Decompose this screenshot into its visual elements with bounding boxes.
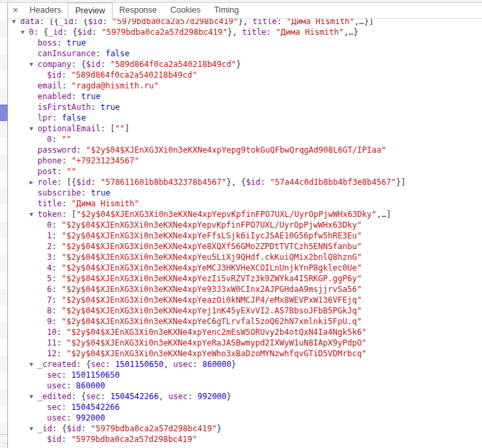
tree-row[interactable]: enabled: true <box>8 91 482 102</box>
tab-cookies[interactable]: Cookies <box>164 3 207 18</box>
tree-row[interactable]: ▼_edited: {sec: 1504542266, usec: 992000… <box>8 391 482 402</box>
json-punctuation: : <box>40 19 49 26</box>
request-row[interactable] <box>0 406 7 423</box>
tree-row[interactable]: ▶role: [{$id: "578611601b8bb432378b4567"… <box>8 177 482 188</box>
json-punctuation: : <box>52 242 61 251</box>
tree-row[interactable]: 6: "$2y$04$XJEnXG3Xi0n3eKXNe4xpYe93J3xW0… <box>8 284 482 295</box>
collapse-arrow-icon[interactable]: ▼ <box>21 27 29 38</box>
request-list-rail[interactable]: ⋯ <box>0 3 8 448</box>
tree-row[interactable]: boss: true <box>8 38 482 48</box>
tree-row[interactable]: post: "" <box>8 166 482 177</box>
request-row[interactable] <box>0 188 7 205</box>
tree-row[interactable]: 9: "$2y$04$XJEnXG3Xi0n3eKXNe4xpYeC6gTLrv… <box>8 316 482 327</box>
tree-row[interactable]: 12: "$2y$04$XJEnXG3Xi0n3eKXNe4xpYeWho3xB… <box>8 348 482 359</box>
tree-row[interactable]: usec: 992000 <box>8 413 482 423</box>
tree-row[interactable]: 10: "$2y$04$XJEnXG3Xi0n3eKXNe4xpYenc2mEs… <box>8 327 482 338</box>
request-row[interactable] <box>0 322 7 339</box>
tree-row[interactable]: ▼0: {_id: {$id: "5979bdba0ca2a57d298bc41… <box>8 27 482 38</box>
request-row[interactable] <box>0 289 7 305</box>
request-row[interactable] <box>0 389 7 406</box>
json-punctuation: : <box>277 19 286 26</box>
expand-arrow-icon[interactable]: ▶ <box>29 177 38 188</box>
request-row[interactable] <box>0 138 7 155</box>
json-punctuation: : <box>52 295 61 305</box>
collapse-arrow-icon[interactable]: ▼ <box>29 59 38 70</box>
tab-timing[interactable]: Timing <box>207 3 245 18</box>
tree-row[interactable]: ▼_created: {sec: 1501150650, usec: 86000… <box>8 359 482 370</box>
tree-row[interactable]: usec: 860000 <box>8 380 482 391</box>
json-string: "$2y$04$XJEnXG3Xi0n3eKXNe4xpYeu5LiXj9QHd… <box>62 252 362 262</box>
json-punctuation: : <box>266 27 276 37</box>
request-list-rows <box>0 3 7 439</box>
tree-row[interactable]: password: "$2y$04$XJEnXG3Xi0n3eKXNe4xpYe… <box>8 145 482 155</box>
request-row[interactable] <box>0 21 7 38</box>
json-punctuation: : <box>101 60 110 69</box>
collapse-arrow-icon[interactable]: ▼ <box>29 123 38 134</box>
tree-row[interactable]: 5: "$2y$04$XJEnXG3Xi0n3eKXNe4xpYezIi5vRZ… <box>8 273 482 284</box>
tree-row[interactable]: phone: "+79231234567" <box>8 155 482 166</box>
request-row[interactable] <box>0 255 7 272</box>
collapse-arrow-icon[interactable]: ▼ <box>29 391 38 402</box>
tree-row[interactable]: title: "Дима Hismith" <box>8 198 482 209</box>
json-string: "$2y$04$XJEnXG3Xi0n3eKXNe4xpYeMCJ3HKVHeX… <box>62 263 362 273</box>
json-key: post <box>38 167 57 176</box>
request-row[interactable] <box>0 372 7 389</box>
tree-row[interactable]: 8: "$2y$04$XJEnXG3Xi0n3eKXNe4xpYej1nK45y… <box>8 305 482 316</box>
json-punctuation: ] <box>125 124 129 133</box>
json-punctuation: } <box>217 424 221 433</box>
tree-row[interactable]: 0: "" <box>8 134 482 145</box>
tree-row[interactable]: ▼_id: {$id: "5979bdba0ca2a57d298bc419"} <box>8 423 482 434</box>
collapse-arrow-icon[interactable]: ▼ <box>29 209 38 220</box>
tree-row[interactable]: 2: "$2y$04$XJEnXG3Xi0n3eKXNe4xpYe8XQXfS6… <box>8 241 482 252</box>
request-row[interactable] <box>0 238 7 255</box>
tree-row[interactable]: lpr: false <box>8 113 482 123</box>
tree-row[interactable]: 11: "$2y$04$XJEnXG3Xi0n3eKXNe4xpYeRaJASB… <box>8 338 482 348</box>
tab-preview[interactable]: Preview <box>68 3 112 19</box>
json-key: 10 <box>47 327 56 337</box>
collapse-arrow-icon[interactable]: ▼ <box>29 423 38 434</box>
tab-headers[interactable]: Headers <box>23 3 68 18</box>
tree-row[interactable]: canInsurance: false <box>8 48 482 59</box>
request-row[interactable] <box>0 54 7 71</box>
json-key: 11 <box>47 338 56 348</box>
tree-row[interactable]: ▼token: ["$2y$04$XJEnXG3Xi0n3eKXNe4xpYep… <box>8 209 482 220</box>
json-key: lpr <box>38 113 52 123</box>
request-row[interactable] <box>0 222 7 238</box>
request-row[interactable] <box>0 121 7 138</box>
request-row[interactable] <box>0 38 7 54</box>
tree-row[interactable]: sec: 1501150650 <box>8 370 482 380</box>
tree-row[interactable]: $id: "5979bdba0ca2a57d298bc419" <box>8 434 482 445</box>
request-row[interactable] <box>0 171 7 188</box>
json-key: title <box>38 199 62 208</box>
request-row[interactable] <box>0 71 7 88</box>
tree-row[interactable]: 1: "$2y$04$XJEnXG3Xi0n3eKXNe4xpYeFfsLSjk… <box>8 230 482 241</box>
preview-pane[interactable]: ▼data: [{_id: {$id: "5979bdba0ca2a57d298… <box>8 19 482 448</box>
json-punctuation: : <box>91 102 100 112</box>
tree-row[interactable]: ▼company: {$id: "589d864f0ca2a540218b49c… <box>8 59 482 70</box>
tree-row[interactable]: subscribe: true <box>8 188 482 198</box>
tree-row[interactable]: isFirstAuth: true <box>8 102 482 113</box>
tree-row[interactable]: sec: 1504542266 <box>8 402 482 413</box>
tree-row[interactable]: ▼data: [{_id: {$id: "5979bdba0ca2a57d298… <box>8 19 482 27</box>
request-row[interactable] <box>0 305 7 322</box>
request-row-selected[interactable] <box>0 104 7 121</box>
tree-row[interactable]: 4: "$2y$04$XJEnXG3Xi0n3eKXNe4xpYeMCJ3HKV… <box>8 263 482 273</box>
tree-row[interactable]: email: "ragda@hismith.ru" <box>8 80 482 91</box>
request-row[interactable] <box>0 155 7 171</box>
tab-response[interactable]: Response <box>113 3 164 18</box>
request-row[interactable] <box>0 339 7 356</box>
request-row[interactable] <box>0 88 7 104</box>
collapse-arrow-icon[interactable]: ▼ <box>12 19 20 27</box>
tree-row[interactable]: $id: "589d864f0ca2a540218b49cd" <box>8 70 482 80</box>
tree-row[interactable]: 7: "$2y$04$XJEnXG3Xi0n3eKXNe4xpYeazOi0kN… <box>8 295 482 305</box>
json-string: "" <box>62 135 71 144</box>
tree-row[interactable]: 3: "$2y$04$XJEnXG3Xi0n3eKXNe4xpYeu5LiXj9… <box>8 252 482 263</box>
collapse-arrow-icon[interactable]: ▼ <box>29 359 38 370</box>
tree-row[interactable]: 0: "$2y$04$XJEnXG3Xi0n3eKXNe4xpYepvKpfin… <box>8 220 482 230</box>
close-icon[interactable]: × <box>8 3 23 18</box>
request-row[interactable] <box>0 356 7 372</box>
request-row[interactable] <box>0 205 7 222</box>
tree-row[interactable]: ▼optionalEmail: [""] <box>8 123 482 134</box>
request-row[interactable] <box>0 272 7 289</box>
json-punctuation: ,…}] <box>355 19 374 26</box>
